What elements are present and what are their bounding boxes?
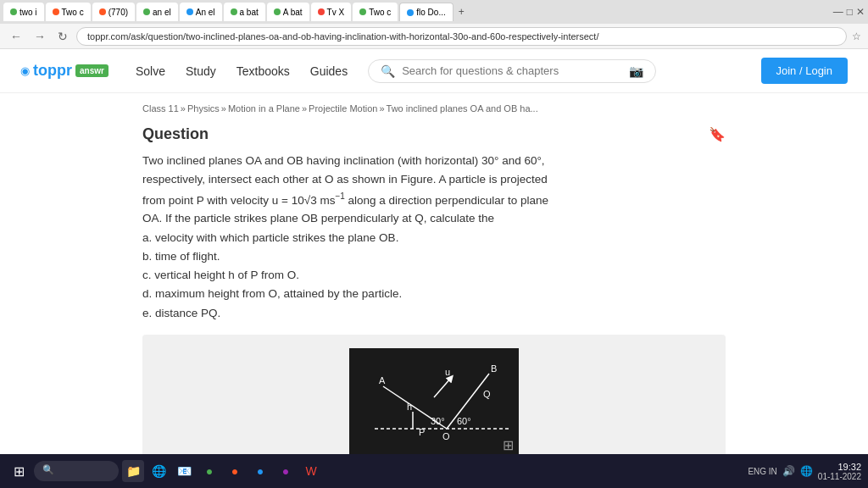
taskbar: ⊞ 🔍 📁 🌐 📧 ● ● ● ● W ENG IN 🔊 🌐 19:32 01-… (0, 454, 868, 488)
search-input[interactable] (402, 64, 622, 77)
part-e: e. distance PQ. (142, 304, 726, 323)
diagram-image: A B h P O Q u 30° 60° ⊞ (349, 348, 519, 458)
fullscreen-icon[interactable]: ⊞ (503, 437, 514, 453)
question-title: Question (142, 125, 209, 143)
taskbar-app2[interactable]: ● (224, 460, 246, 482)
nav-guides[interactable]: Guides (310, 64, 348, 78)
taskbar-app4[interactable]: ● (275, 460, 297, 482)
taskbar-app3[interactable]: ● (249, 460, 271, 482)
tab-3[interactable]: (770) (92, 3, 135, 21)
part-b: b. time of flight. (142, 247, 726, 266)
minimize-button[interactable]: — (833, 6, 843, 18)
time-display: 19:32 01-11-2022 (818, 462, 861, 481)
tab-10[interactable]: flo Do... (399, 3, 453, 21)
tab-2[interactable]: Two c (46, 3, 91, 21)
nav-textbooks[interactable]: Textbooks (236, 64, 290, 78)
taskbar-mail[interactable]: 📧 (173, 460, 195, 482)
svg-text:A: A (379, 375, 386, 385)
tab-9[interactable]: Two c (353, 3, 398, 21)
nav-study[interactable]: Study (186, 64, 216, 78)
clock: 19:32 (818, 462, 861, 472)
svg-text:h: h (407, 402, 412, 412)
content-area: Class 11 » Physics » Motion in a Plane »… (129, 93, 739, 461)
address-bar: ← → ↻ ☆ (0, 24, 868, 49)
taskbar-app5[interactable]: W (300, 460, 322, 482)
forward-button[interactable]: → (31, 28, 49, 45)
taskbar-edge[interactable]: 🌐 (147, 460, 170, 482)
taskbar-search[interactable]: 🔍 (34, 461, 119, 481)
search-icon: 🔍 (381, 64, 395, 78)
reload-button[interactable]: ↻ (54, 28, 71, 45)
maximize-button[interactable]: □ (847, 6, 853, 18)
answr-badge: answr (75, 64, 108, 77)
part-c: c. vertical height h of P from O. (142, 266, 726, 285)
back-button[interactable]: ← (7, 28, 25, 45)
bookmark-icon[interactable]: 🔖 (709, 126, 726, 142)
navbar: ◉ toppr answr Solve Study Textbooks Guid… (0, 49, 868, 93)
taskbar-app1[interactable]: ● (198, 460, 220, 482)
search-bar[interactable]: 🔍 📷 (368, 59, 656, 83)
svg-text:P: P (419, 427, 425, 437)
page-content: ◉ toppr answr Solve Study Textbooks Guid… (0, 49, 868, 461)
tab-8[interactable]: Tv X (311, 3, 352, 21)
tab-6[interactable]: a bat (224, 3, 265, 21)
breadcrumb-physics[interactable]: Physics (187, 103, 220, 114)
part-a: a. velocity with which particle strikes … (142, 229, 726, 247)
tab-4[interactable]: an el (136, 3, 178, 21)
nav-solve[interactable]: Solve (136, 64, 165, 78)
date-display: 01-11-2022 (818, 472, 861, 481)
breadcrumb-motion[interactable]: Motion in a Plane (228, 103, 300, 114)
diagram-container: A B h P O Q u 30° 60° ⊞ (142, 335, 726, 461)
new-tab-button[interactable]: + (455, 6, 468, 18)
svg-text:u: u (445, 367, 450, 377)
question-header: Question 🔖 (142, 125, 726, 143)
language-indicator: ENG IN (748, 467, 776, 476)
tab-7[interactable]: A bat (267, 3, 309, 21)
breadcrumb-projectile[interactable]: Projectile Motion (309, 103, 377, 114)
tab-1[interactable]: two i (3, 3, 44, 21)
network-icon[interactable]: 🌐 (800, 465, 813, 477)
part-d: d. maximum height from O, attained by th… (142, 285, 726, 303)
breadcrumb: Class 11 » Physics » Motion in a Plane »… (142, 103, 726, 114)
question-body: Two inclined planes OA and OB having inc… (142, 152, 726, 323)
svg-text:O: O (442, 431, 450, 441)
start-button[interactable]: ⊞ (7, 459, 31, 483)
camera-icon[interactable]: 📷 (629, 64, 643, 78)
address-input[interactable] (76, 27, 847, 46)
svg-text:B: B (491, 363, 497, 374)
tab-5[interactable]: An el (180, 3, 222, 21)
tab-strip: two i Two c (770) an el An el a bat A ba… (0, 0, 868, 24)
join-login-button[interactable]: Join / Login (761, 58, 849, 84)
svg-text:Q: Q (483, 389, 491, 399)
logo-icon: ◉ (20, 64, 30, 77)
svg-text:30°: 30° (431, 416, 445, 426)
svg-text:60°: 60° (457, 416, 471, 426)
taskbar-file-explorer[interactable]: 📁 (122, 460, 144, 482)
close-button[interactable]: ✕ (856, 6, 865, 18)
volume-icon[interactable]: 🔊 (782, 465, 795, 477)
system-tray: ENG IN 🔊 🌐 19:32 01-11-2022 (748, 462, 861, 481)
logo-area: ◉ toppr answr (20, 62, 108, 80)
breadcrumb-class11[interactable]: Class 11 (142, 103, 179, 114)
bookmark-star-icon[interactable]: ☆ (852, 30, 861, 42)
logo-text: toppr (33, 62, 72, 80)
breadcrumb-current: Two inclined planes OA and OB ha... (387, 103, 538, 114)
